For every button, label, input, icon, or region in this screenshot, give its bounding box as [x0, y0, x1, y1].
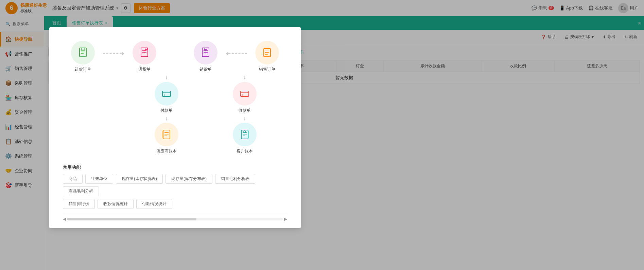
- flow-diagram: 进货订单 进货单: [63, 37, 287, 161]
- svg-rect-0: [80, 48, 86, 57]
- func-btn-product[interactable]: 商品: [63, 174, 83, 184]
- func-btn-receipt-stats[interactable]: 收款情况统计: [98, 199, 134, 209]
- supplier-ledger-label: 供应商账本: [156, 148, 177, 154]
- node-payment[interactable]: ¥ 付款单: [141, 82, 192, 113]
- func-btn-stock-status[interactable]: 现存量(库存状况表): [116, 174, 163, 184]
- purchase-order-icon: [71, 41, 95, 65]
- purchase-receipt-icon: [133, 41, 156, 65]
- func-btn-sales-rank[interactable]: 销售排行榜: [63, 199, 95, 209]
- overlay[interactable]: 进货订单 进货单: [0, 0, 644, 270]
- sales-receipt-label: 销货单: [199, 67, 212, 72]
- purchase-receipt-label: 进货单: [138, 67, 151, 72]
- down-arrow-payment-icon: ↓: [165, 115, 168, 122]
- common-functions: 常用功能 商品 往来单位 现存量(库存状况表) 现存量(库存分布表) 销售毛利分…: [63, 164, 287, 209]
- v-arrow-payment: ↓: [141, 115, 192, 122]
- svg-rect-27: [162, 131, 163, 138]
- sales-receipt-icon: [194, 41, 217, 65]
- v-arrow-purchase: ↓: [141, 74, 192, 81]
- receipt-label: 收款单: [239, 108, 251, 113]
- spacer-r4-1: [63, 115, 141, 122]
- node-sales-order[interactable]: 销售订单: [247, 41, 287, 72]
- down-arrow-purchase-icon: ↓: [165, 74, 168, 80]
- node-sales-receipt[interactable]: 销货单: [186, 41, 226, 72]
- svg-rect-23: [163, 130, 170, 139]
- payment-label: 付款单: [160, 108, 173, 113]
- popup-card: 进货订单 进货单: [49, 27, 301, 228]
- payment-icon: ¥: [155, 82, 178, 106]
- sales-order-label: 销售订单: [259, 67, 275, 72]
- spacer-r2: [114, 74, 141, 81]
- receipt-icon: ¥: [233, 82, 257, 106]
- scrollbar-thumb[interactable]: [67, 218, 196, 220]
- down-arrow-sales-icon: ↓: [243, 74, 246, 80]
- node-purchase-order[interactable]: 进货订单: [63, 41, 103, 72]
- func-btn-payment-stats[interactable]: 付款情况统计: [136, 199, 172, 209]
- svg-text:¥: ¥: [163, 93, 166, 96]
- func-buttons-row2: 销售排行榜 收款情况统计 付款情况统计: [63, 199, 287, 209]
- node-supplier-ledger[interactable]: 供应商账本: [141, 123, 192, 154]
- spacer-r4-2: [192, 115, 219, 122]
- node-receipt[interactable]: ¥ 收款单: [219, 82, 270, 113]
- v-arrow-receipt: ↓: [219, 115, 270, 122]
- spacer-r3: [192, 74, 219, 81]
- down-arrow-receipt-icon: ↓: [243, 115, 246, 122]
- scrollbar-track: [67, 218, 283, 220]
- func-btn-stock-dist[interactable]: 现存量(库存分布表): [166, 174, 212, 184]
- customer-ledger-label: 客户账本: [237, 148, 253, 154]
- arrow-1: [103, 52, 124, 56]
- scroll-right-icon[interactable]: ▶: [284, 217, 287, 221]
- node-customer-ledger[interactable]: 客户账本: [219, 123, 270, 154]
- popup-scrollbar: ◀ ▶: [63, 214, 287, 221]
- customer-ledger-icon: [233, 123, 257, 146]
- sales-order-icon: [255, 41, 279, 65]
- node-purchase-receipt[interactable]: 进货单: [124, 41, 164, 72]
- svg-rect-32: [248, 131, 249, 138]
- svg-rect-12: [204, 48, 207, 50]
- arrow-2: [226, 52, 247, 56]
- func-btn-product-profit[interactable]: 商品毛利分析: [63, 186, 99, 196]
- func-btn-partner[interactable]: 往来单位: [85, 174, 113, 184]
- common-funcs-title: 常用功能: [63, 164, 287, 170]
- v-arrow-sales: ↓: [219, 74, 270, 81]
- scroll-left-icon[interactable]: ◀: [63, 217, 66, 221]
- svg-rect-28: [241, 130, 248, 139]
- purchase-order-label: 进货订单: [75, 67, 91, 72]
- func-btn-sales-profit[interactable]: 销售毛利分析表: [215, 174, 255, 184]
- spacer-r1: [63, 74, 114, 81]
- supplier-ledger-icon: [155, 123, 178, 146]
- func-buttons-row1: 商品 往来单位 现存量(库存状况表) 现存量(库存分布表) 销售毛利分析表 商品…: [63, 174, 287, 196]
- svg-text:¥: ¥: [242, 93, 244, 96]
